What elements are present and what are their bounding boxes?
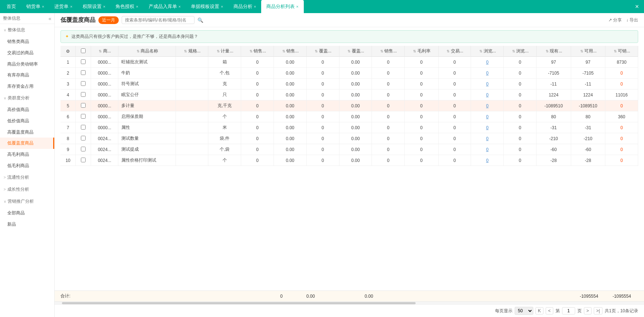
row-checkbox-input[interactable]: [81, 81, 86, 86]
column-header-transaction[interactable]: ⇅ 交易...: [438, 46, 471, 57]
select-all-checkbox[interactable]: [81, 48, 86, 53]
next-page-button[interactable]: >: [584, 307, 592, 314]
column-header-browse2[interactable]: ⇅ 浏览...: [504, 46, 537, 57]
browse-link[interactable]: 0: [486, 125, 489, 130]
sidebar-item-库存资金占用[interactable]: 库存资金占用: [0, 81, 54, 92]
row-checkbox-input[interactable]: [81, 147, 86, 151]
column-header-available_stock[interactable]: ⇅ 可用...: [571, 46, 605, 57]
column-header-coverage2[interactable]: ⇅ 覆盖...: [339, 46, 372, 57]
nav-tab-角色授权[interactable]: 角色授权×: [110, 0, 143, 13]
prev-page-button[interactable]: <: [546, 307, 553, 314]
row-browse1[interactable]: 0: [471, 133, 504, 144]
column-header-gross_margin[interactable]: ⇅ 毛利率: [405, 46, 439, 57]
sidebar-item-高毛利商品[interactable]: 高毛利商品: [0, 149, 54, 160]
sidebar-item-高价值商品[interactable]: 高价值商品: [0, 104, 54, 115]
row-checkbox-input[interactable]: [81, 136, 86, 140]
table-container[interactable]: ⚙⇅ 商...⇅ 商品名称⇅ 规格...⇅ 计量...⇅ 销售...⇅ 销售..…: [60, 46, 638, 290]
column-header-checkbox[interactable]: [76, 46, 91, 57]
column-header-unit[interactable]: ⇅ 计量...: [208, 46, 241, 57]
tab-close-icon[interactable]: ×: [178, 4, 181, 9]
row-browse1[interactable]: 0: [471, 100, 504, 111]
browse-link[interactable]: 0: [486, 92, 489, 98]
column-header-settings[interactable]: ⚙: [60, 46, 76, 57]
row-browse1[interactable]: 0: [471, 79, 504, 90]
nav-tab-销货单[interactable]: 销货单×: [21, 0, 49, 13]
column-header-saleable[interactable]: ⇅ 可销...: [605, 46, 638, 57]
sidebar-item-低覆盖度商品[interactable]: 低覆盖度商品: [0, 138, 54, 149]
row-checkbox[interactable]: [76, 68, 91, 79]
browse-link[interactable]: 0: [486, 114, 489, 119]
nav-tab-首页[interactable]: 首页: [1, 0, 21, 13]
row-checkbox[interactable]: [76, 100, 91, 111]
row-checkbox-input[interactable]: [81, 125, 86, 130]
row-browse1[interactable]: 0: [471, 144, 504, 155]
sidebar-item-交易过的商品[interactable]: 交易过的商品: [0, 47, 54, 59]
nav-tab-单据模板设置[interactable]: 单据模板设置×: [186, 0, 228, 13]
nav-tab-进货单[interactable]: 进货单×: [49, 0, 77, 13]
browse-link[interactable]: 0: [486, 71, 489, 76]
row-checkbox[interactable]: [76, 122, 91, 133]
sidebar-section-成长性分析[interactable]: > 成长性分析: [0, 183, 54, 195]
row-checkbox[interactable]: [76, 144, 91, 155]
column-header-name[interactable]: ⇅ 商品名称: [118, 46, 176, 57]
tab-close-icon[interactable]: ×: [42, 4, 44, 9]
row-checkbox-input[interactable]: [81, 158, 86, 162]
time-filter-button[interactable]: 近一月: [98, 16, 119, 24]
tab-close-icon[interactable]: ×: [296, 4, 298, 9]
tab-close-icon[interactable]: ×: [254, 4, 256, 9]
row-checkbox[interactable]: [76, 90, 91, 100]
sidebar-item-有库存商品[interactable]: 有库存商品: [0, 70, 54, 81]
column-header-current_stock[interactable]: ⇅ 现有...: [537, 46, 571, 57]
column-header-code[interactable]: ⇅ 商...: [91, 46, 118, 57]
row-browse1[interactable]: 0: [471, 90, 504, 100]
sidebar-item-低价值商品[interactable]: 低价值商品: [0, 115, 54, 127]
nav-tab-权限设置[interactable]: 权限设置×: [78, 0, 110, 13]
row-checkbox[interactable]: [76, 133, 91, 144]
sidebar-item-销售类商品[interactable]: 销售类商品: [0, 36, 54, 47]
tab-close-icon[interactable]: ×: [221, 4, 223, 9]
sidebar-item-新品[interactable]: 新品: [0, 219, 54, 230]
browse-link[interactable]: 0: [486, 158, 489, 163]
browse-link[interactable]: 0: [486, 82, 489, 87]
row-checkbox-input[interactable]: [81, 114, 86, 119]
row-browse1[interactable]: 0: [471, 68, 504, 79]
sidebar-item-商品分类动销率[interactable]: 商品分类动销率: [0, 59, 54, 70]
sidebar-section-类群度分析[interactable]: ∨ 类群度分析: [0, 92, 54, 104]
export-button[interactable]: ↓ 导出: [626, 17, 638, 23]
tab-close-icon[interactable]: ×: [70, 4, 72, 9]
browse-link[interactable]: 0: [486, 136, 489, 141]
sidebar-section-流通性分析[interactable]: > 流通性分析: [0, 171, 54, 183]
row-checkbox[interactable]: [76, 111, 91, 122]
sidebar-section-整体信息[interactable]: ∨ 整体信息: [0, 24, 54, 36]
page-size-select[interactable]: 2050100: [515, 307, 533, 315]
nav-tab-商品分析列表[interactable]: 商品分析列表×: [261, 0, 303, 13]
column-header-browse1[interactable]: ⇅ 浏览...: [471, 46, 504, 57]
browse-link[interactable]: 0: [486, 103, 489, 108]
first-page-button[interactable]: K: [535, 307, 543, 314]
search-icon[interactable]: 🔍: [197, 17, 203, 23]
nav-tab-商品分析[interactable]: 商品分析×: [228, 0, 261, 13]
search-input[interactable]: [122, 16, 195, 24]
row-checkbox-input[interactable]: [81, 59, 86, 64]
sidebar-item-全部商品[interactable]: 全部商品: [0, 207, 54, 219]
tab-close-icon[interactable]: ×: [103, 4, 105, 9]
page-input[interactable]: [562, 307, 575, 314]
row-checkbox[interactable]: [76, 155, 91, 166]
sidebar-item-高覆盖度商品[interactable]: 高覆盖度商品: [0, 127, 54, 138]
column-header-spec[interactable]: ⇅ 规格...: [176, 46, 208, 57]
browse-link[interactable]: 0: [486, 147, 489, 152]
sidebar-item-低毛利商品[interactable]: 低毛利商品: [0, 160, 54, 171]
column-header-sales_days[interactable]: ⇅ 销售...: [372, 46, 405, 57]
row-checkbox-input[interactable]: [81, 103, 86, 108]
tab-close-icon[interactable]: ×: [136, 4, 138, 9]
row-browse1[interactable]: 0: [471, 155, 504, 166]
row-checkbox-input[interactable]: [81, 92, 86, 97]
column-header-coverage1[interactable]: ⇅ 覆盖...: [306, 46, 339, 57]
row-browse1[interactable]: 0: [471, 57, 504, 68]
row-browse1[interactable]: 0: [471, 111, 504, 122]
sidebar-section-营销推广分析[interactable]: ∨ 营销推广分析: [0, 195, 54, 207]
row-browse1[interactable]: 0: [471, 122, 504, 133]
row-checkbox[interactable]: [76, 57, 91, 68]
row-checkbox[interactable]: [76, 79, 91, 90]
last-page-button[interactable]: >|: [594, 307, 602, 314]
